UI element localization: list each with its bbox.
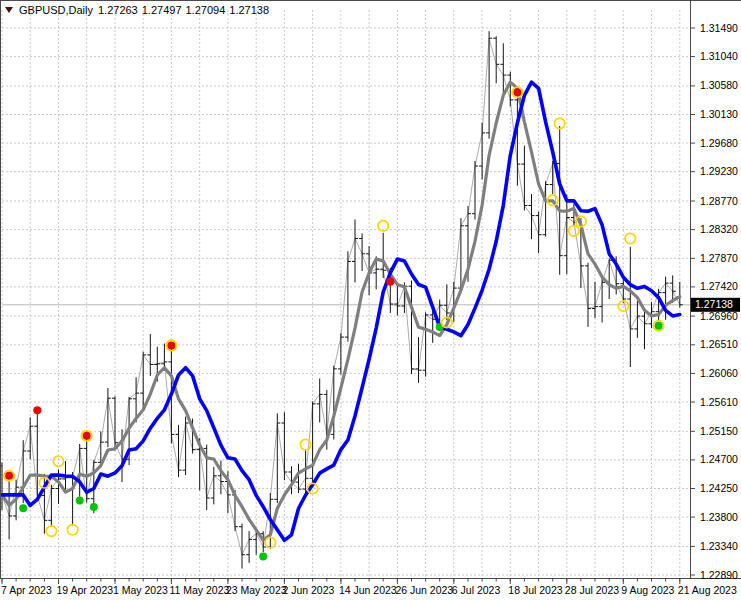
price-tick-label: 1.31040 <box>700 50 738 62</box>
time-tick-label: 7 Apr 2023 <box>1 584 52 596</box>
signal-yellow-dot <box>67 525 77 535</box>
price-tick-label: 1.29230 <box>700 165 738 177</box>
time-tick-label: 19 Apr 2023 <box>57 584 114 596</box>
time-axis[interactable]: 7 Apr 202319 Apr 20231 May 202311 May 20… <box>1 579 737 596</box>
ohlc-low-value: 1.27094 <box>186 4 226 16</box>
price-tick-label: 1.24700 <box>700 453 738 465</box>
time-tick-label: 1 May 2023 <box>113 584 168 596</box>
price-tick-label: 1.29680 <box>700 137 738 149</box>
signal-green-dot <box>259 553 267 561</box>
signal-red-dot <box>5 472 13 480</box>
signal-red-dot <box>167 341 175 349</box>
price-tick-label: 1.26060 <box>700 367 738 379</box>
price-tick-label: 1.28770 <box>700 195 738 207</box>
symbol-timeframe-label: GBPUSD,Daily <box>19 4 93 16</box>
price-tick-label: 1.26510 <box>700 338 738 350</box>
signal-yellow-dot <box>569 226 579 236</box>
signal-red-dot <box>386 278 394 286</box>
ohlc-high-value: 1.27497 <box>142 4 182 16</box>
signal-yellow-dot <box>53 456 63 466</box>
signal-yellow-dot <box>46 526 56 536</box>
ohlc-close-value: 1.27138 <box>229 4 269 16</box>
price-tick-label: 1.30580 <box>700 79 738 91</box>
time-tick-label: 2 Jun 2023 <box>282 584 334 596</box>
time-tick-label: 21 Aug 2023 <box>678 584 737 596</box>
price-tick-label: 1.27420 <box>700 280 738 292</box>
price-tick-label: 1.30130 <box>700 108 738 120</box>
time-tick-label: 9 Aug 2023 <box>621 584 674 596</box>
symbol-arrow-icon <box>5 7 13 13</box>
price-tick-label: 1.31490 <box>700 22 738 34</box>
time-tick-label: 6 Jul 2023 <box>452 584 501 596</box>
price-tick-label: 1.25610 <box>700 396 738 408</box>
grid-lines <box>2 10 690 578</box>
time-tick-label: 26 Jun 2023 <box>395 584 453 596</box>
ohlc-open-value: 1.27263 <box>98 4 138 16</box>
time-tick-label: 18 Jul 2023 <box>508 584 562 596</box>
time-tick-label: 11 May 2023 <box>169 584 229 596</box>
signal-yellow-dot <box>625 233 635 243</box>
time-tick-label: 23 May 2023 <box>226 584 287 596</box>
symbol-ohlc-header: GBPUSD,Daily 1.27263 1.27497 1.27094 1.2… <box>5 3 273 17</box>
signal-red-dot <box>513 88 521 96</box>
price-tick-label: 1.24250 <box>700 482 738 494</box>
signal-dots <box>4 87 664 561</box>
price-chart-canvas[interactable]: 1.314901.310401.305801.301301.296801.292… <box>0 0 741 600</box>
signal-green-dot <box>19 504 27 512</box>
current-price-label: 1.27138 <box>691 298 740 312</box>
current-price-value: 1.27138 <box>695 298 733 310</box>
time-tick-label: 28 Jul 2023 <box>565 584 619 596</box>
price-tick-label: 1.28320 <box>700 223 738 235</box>
chart-window: 1.314901.310401.305801.301301.296801.292… <box>0 0 741 600</box>
signal-green-dot <box>76 497 84 505</box>
price-tick-label: 1.23340 <box>700 540 738 552</box>
signal-red-dot <box>33 406 41 414</box>
price-tick-label: 1.25150 <box>700 425 738 437</box>
signal-green-dot <box>90 503 98 511</box>
price-tick-label: 1.22890 <box>700 569 738 581</box>
price-tick-label: 1.23800 <box>700 511 738 523</box>
signal-red-dot <box>83 432 91 440</box>
signal-green-dot <box>655 322 663 330</box>
price-tick-label: 1.27870 <box>700 252 738 264</box>
time-tick-label: 14 Jun 2023 <box>339 584 397 596</box>
